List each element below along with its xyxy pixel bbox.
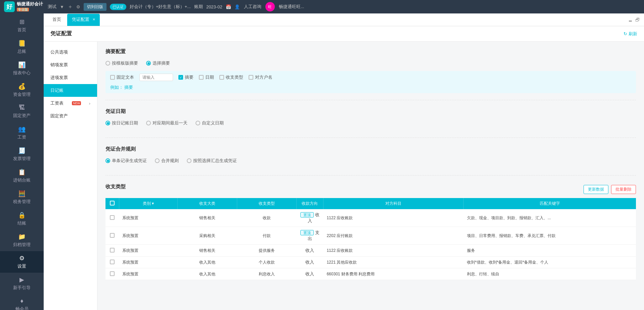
sidebar-item-member[interactable]: ♦ 畅会员 [0,294,44,310]
refresh-btn[interactable]: ↻ 刷新 [624,31,637,37]
brand-name: 畅捷通好会计 [17,1,43,7]
calendar-icon[interactable]: 📅 [226,4,231,9]
menu-item-public[interactable]: 公共选项 [44,46,97,59]
sidebar-item-member-label: 畅会员 [15,306,29,310]
checkbox-date[interactable]: 日期 [199,74,214,80]
user-name: 畅捷通旺旺... [279,4,304,10]
settings-icon[interactable]: ⚙ [76,4,80,9]
table-row: 系统预置 收入其他 个人收款 收入 1221 其他应收款 收到*借款、收到*备用… [105,257,636,268]
sidebar-item-reports[interactable]: 📊 报表中心 [0,58,44,79]
summary-section: 摘要配置 按模板版摘要 选择摘要 [105,48,636,100]
menu-item-purchase[interactable]: 进项发票 [44,71,97,84]
radio-select[interactable]: 选择摘要 [146,60,170,66]
tab-minimize-btn[interactable]: 🗕 [628,17,633,23]
tab-voucher-config[interactable]: 凭证配置 × [67,14,100,26]
radio-period-last-label: 对应期间最后一天 [153,120,187,126]
th-major: 收支大类 [177,198,237,209]
fixed-text-label: 固定文本 [117,74,134,80]
th-keywords: 匹配关键字 [464,198,636,209]
update-data-btn[interactable]: 更新数据 [584,185,608,194]
checkbox-counterparty[interactable]: 对方户名 [249,74,272,80]
checkbox-fixed-text[interactable]: 固定文本 [110,74,134,80]
right-content: 摘要配置 按模板版摘要 选择摘要 [97,42,644,310]
tab-maximize-btn[interactable]: 🗗 [635,17,640,23]
sidebar-item-archive[interactable]: 📁 归档管理 [0,230,44,251]
menu-item-salary[interactable]: 工资表 NEW › [44,97,97,110]
menu-item-fixed[interactable]: 固定资产 [44,110,97,122]
sidebar-item-invoice-mgmt[interactable]: 🧾 发票管理 [0,144,44,165]
cell-major-1: 采购相关 [177,227,237,245]
row-checkbox-2[interactable] [110,248,115,253]
row-checkbox-cell [105,209,119,227]
th-category: 类别 ▾ [119,198,177,209]
ledger-icon: 📒 [18,40,26,47]
cell-subject-4: 660301 财务费用 利息费用 [323,268,463,280]
menu-item-journal[interactable]: 日记账 [44,84,97,97]
cell-type-3: 个人收款 [237,257,296,268]
menu-item-sales[interactable]: 销项发票 [44,59,97,71]
radio-single-label: 单条记录生成凭证 [112,158,147,164]
radio-merge-rule[interactable]: 合并规则 [155,158,179,164]
checkbox-summary[interactable]: ✓ 摘要 [178,74,194,80]
reports-icon: 📊 [18,61,26,69]
radio-merge-rule-circle [155,158,160,163]
merge-radio-group: 单条记录生成凭证 合并规则 按照选择汇总生成凭证 [105,158,636,164]
radio-journal-date[interactable]: 按日记账日期 [105,120,138,126]
support-label[interactable]: 人工咨询 [244,4,261,10]
sidebar-item-tax[interactable]: 🧮 税务管理 [0,187,44,208]
row-checkbox-4[interactable] [110,271,115,276]
radio-single[interactable]: 单条记录生成凭证 [105,158,147,164]
radio-select-summary[interactable]: 按照选择汇总生成凭证 [187,158,237,164]
invoice-mgmt-icon: 🧾 [18,147,26,154]
switch-old-btn[interactable]: 切到旧版 [84,3,106,11]
row-checkbox-1[interactable] [110,233,115,238]
tag-btn-1[interactable]: 置顶 [300,230,314,235]
dropdown-icon[interactable]: ▼ [60,4,64,9]
cell-keywords-4: 利息、行转、续自 [464,268,636,280]
table-actions: 更新数据 批量删除 [584,185,636,194]
row-checkbox-0[interactable] [110,215,115,220]
tab-home[interactable]: 首页 [48,14,66,26]
salary-expand-icon[interactable]: › [89,101,90,106]
tag-btn-0[interactable]: 置顶 [300,212,314,218]
add-icon[interactable]: ＋ [68,3,73,10]
sidebar-item-settings[interactable]: ⚙ 设置 [0,251,44,273]
row-checkbox-3[interactable] [110,260,115,264]
checkbox-type-box [219,75,224,80]
tab-close-icon[interactable]: × [93,17,95,22]
sidebar-item-sales-mgmt[interactable]: 📋 进销台账 [0,165,44,187]
sidebar-item-home[interactable]: ⊞ 首页 [0,15,44,36]
page-header: 凭证配置 ↻ 刷新 [44,26,644,42]
new-badge: NEW [72,101,81,105]
test-label: 测试 [48,4,56,10]
sidebar-item-funds[interactable]: 💰 资金管理 [0,79,44,101]
cell-subject-2: 1122 应收账款 [323,245,463,257]
tax-icon: 🧮 [18,190,26,197]
cell-type-4: 利息收入 [237,268,296,280]
checkbox-type[interactable]: 收支类型 [219,74,243,80]
sidebar-item-guide[interactable]: ▶ 新手引导 [0,273,44,294]
sidebar-item-assets[interactable]: 🏗 固定资产 [0,101,44,122]
radio-select-summary-label: 按照选择汇总生成凭证 [193,158,237,164]
radio-custom-date[interactable]: 自定义日期 [196,120,224,126]
fixed-text-input[interactable] [139,74,173,81]
batch-delete-btn[interactable]: 批量删除 [611,185,636,194]
tags-label: 好会计（专）+好生意（标）+... [130,4,191,10]
cell-type-0: 收款 [237,209,296,227]
sidebar-item-closing-label: 结账 [17,220,26,226]
sidebar-item-closing[interactable]: 🔒 结账 [0,208,44,230]
checkbox-date-box [199,75,204,80]
radio-template[interactable]: 按模板版摘要 [105,60,138,66]
closing-icon: 🔒 [18,211,26,219]
header-checkbox[interactable] [110,201,115,205]
radio-period-last[interactable]: 对应期间最后一天 [146,120,187,126]
sidebar-item-payroll[interactable]: 👥 工资 [0,122,44,144]
sidebar-item-home-label: 首页 [17,27,26,33]
sidebar-item-ledger[interactable]: 📒 总账 [0,36,44,58]
radio-select-label: 选择摘要 [153,60,170,66]
checkbox-type-label: 收支类型 [226,74,243,80]
cell-direction-0: 置顶 收入 [296,209,323,227]
cell-category-3: 系统预置 [119,257,177,268]
income-section: 收支类型 更新数据 批量删除 类别 ▾ [105,184,636,280]
checkbox-summary-box: ✓ [178,75,183,80]
